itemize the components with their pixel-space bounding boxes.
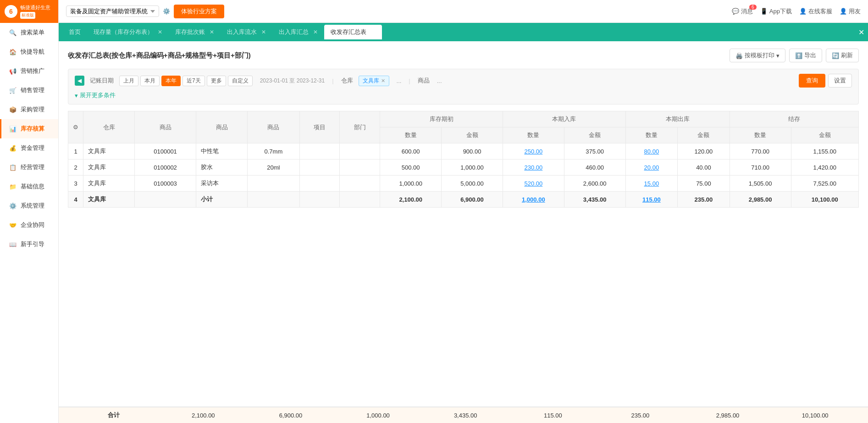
sidebar-item-business[interactable]: 📋 经营管理: [0, 158, 58, 177]
online-service-label: 在线客服: [808, 7, 832, 16]
tab-batch-label: 库存批次账: [175, 28, 205, 36]
row-incoming-qty[interactable]: 250.00: [503, 143, 564, 159]
online-service-btn[interactable]: 👤 在线客服: [799, 7, 832, 16]
system-select[interactable]: 装备及固定资产辅助管理系统: [66, 5, 159, 17]
footer-opening-amt: 6,900.00: [247, 412, 335, 419]
row-warehouse: 文具库: [83, 159, 135, 176]
row-product-spec: 0.7mm: [248, 143, 300, 159]
logo-badge: 标准版: [20, 12, 35, 19]
footer-outgoing-amt: 235.00: [597, 412, 684, 419]
inventory-icon: 📊: [9, 125, 17, 133]
sidebar-item-label: 资金管理: [21, 144, 44, 152]
purchase-icon: 📦: [9, 105, 17, 114]
search-btn[interactable]: 查询: [799, 74, 825, 88]
footer-outgoing-qty: 115.00: [509, 412, 597, 419]
row-outgoing-qty[interactable]: 15.00: [625, 176, 678, 192]
row-product-code: 0100003: [135, 176, 196, 192]
tabs-close-all[interactable]: ✕: [858, 28, 864, 37]
app-download-btn[interactable]: 📱 App下载: [760, 7, 792, 16]
sidebar-item-guide[interactable]: 📖 新手引导: [0, 235, 58, 254]
notification-btn[interactable]: 💬 消息 6: [732, 7, 753, 16]
th-outgoing-group: 本期出库: [625, 111, 730, 127]
row-warehouse: 文具库: [83, 143, 135, 159]
set-btn[interactable]: 设置: [828, 74, 852, 88]
date-btn-custom[interactable]: 自定义: [228, 76, 253, 86]
business-icon: 📋: [9, 163, 17, 171]
sidebar-item-basic-info[interactable]: 📁 基础信息: [0, 177, 58, 196]
row-outgoing-qty[interactable]: 20.00: [625, 159, 678, 176]
row-opening-amt: 5,000.00: [442, 176, 503, 192]
filter-separator2: |: [409, 77, 410, 84]
sidebar-item-purchase[interactable]: 📦 采购管理: [0, 100, 58, 119]
gear-icon[interactable]: ⚙️: [163, 8, 170, 15]
row-outgoing-qty[interactable]: 115.00: [625, 192, 678, 208]
footer-closing-qty: 2,985.00: [684, 412, 772, 419]
row-opening-qty: 600.00: [380, 143, 442, 159]
row-outgoing-qty[interactable]: 80.00: [625, 143, 678, 159]
th-outgoing-qty: 数量: [625, 127, 678, 143]
row-incoming-amt: 460.00: [564, 159, 625, 176]
tab-inventory-dist-close[interactable]: ✕: [158, 29, 162, 35]
sidebar-item-inventory[interactable]: 📊 库存核算: [0, 119, 58, 138]
th-closing-qty: 数量: [730, 127, 791, 143]
row-incoming-qty[interactable]: 1,000.00: [503, 192, 564, 208]
date-btn-this-year[interactable]: 本年: [161, 76, 181, 86]
tab-summary[interactable]: 出入库汇总 ✕: [272, 25, 324, 39]
app-download-label: App下载: [769, 7, 792, 16]
tab-home-label: 首页: [69, 28, 81, 36]
row-closing-qty: 2,985.00: [730, 192, 791, 208]
chevron-down-icon: ▾: [75, 92, 78, 99]
sidebar-item-quick-nav[interactable]: 🏠 快捷导航: [0, 42, 58, 61]
row-incoming-qty[interactable]: 520.00: [503, 176, 564, 192]
tab-batch-close[interactable]: ✕: [210, 29, 214, 35]
sidebar-item-finance[interactable]: 💰 资金管理: [0, 138, 58, 158]
row-department: [340, 159, 380, 176]
warehouse-tag-remove[interactable]: ✕: [381, 78, 385, 84]
tab-home[interactable]: 首页: [62, 25, 87, 39]
th-product-spec: 商品: [248, 111, 300, 143]
date-btn-more[interactable]: 更多: [207, 76, 226, 86]
expand-conditions-btn[interactable]: ▾ 展开更多条件: [75, 91, 852, 99]
tab-flow-close[interactable]: ✕: [261, 29, 266, 35]
row-outgoing-amt: 235.00: [678, 192, 730, 208]
refresh-btn[interactable]: 🔄 刷新: [826, 49, 859, 62]
tab-inventory-dist[interactable]: 现存量（库存分布表） ✕: [87, 25, 169, 39]
row-incoming-qty[interactable]: 230.00: [503, 159, 564, 176]
home-icon: 🏠: [9, 48, 17, 56]
row-project: [299, 192, 340, 208]
product-more[interactable]: ...: [437, 77, 442, 84]
sales-icon: 🛒: [9, 86, 17, 94]
sidebar-item-sales[interactable]: 🛒 销售管理: [0, 81, 58, 100]
sidebar-item-enterprise[interactable]: 🤝 企业协同: [0, 215, 58, 235]
date-btn-this-month[interactable]: 本月: [140, 76, 160, 86]
date-btn-last-month[interactable]: 上月: [119, 76, 138, 86]
th-settings[interactable]: ⚙: [68, 111, 83, 143]
filter-row: ◀ 记账日期 上月 本月 本年 近7天 更多 自定义 2023-01-01 至 …: [75, 74, 852, 88]
print-btn[interactable]: 🖨️ 按模板打印 ▾: [730, 49, 785, 62]
guide-icon: 📖: [9, 240, 17, 248]
filter-collapse-btn[interactable]: ◀: [75, 76, 84, 86]
tab-flow[interactable]: 出入库流水 ✕: [221, 25, 272, 39]
export-btn[interactable]: ⬆️ 导出: [789, 49, 822, 62]
sidebar-item-system[interactable]: ⚙️ 系统管理: [0, 196, 58, 215]
tab-collect-summary[interactable]: 收发存汇总表 ✕: [324, 25, 382, 39]
sidebar-item-search[interactable]: 🔍 搜索菜单: [0, 23, 58, 42]
table-settings-icon[interactable]: ⚙: [73, 124, 78, 131]
logo-text: 畅捷通好生意: [20, 4, 50, 11]
sidebar-item-marketing[interactable]: 📢 营销推广: [0, 61, 58, 81]
warehouse-more[interactable]: ...: [397, 77, 402, 84]
row-closing-amt: 7,525.00: [791, 176, 858, 192]
tab-inventory-dist-label: 现存量（库存分布表）: [94, 28, 153, 36]
row-opening-amt: 6,900.00: [442, 192, 503, 208]
sidebar-item-label: 采购管理: [21, 105, 44, 114]
header-right: 💬 消息 6 📱 App下载 👤 在线客服 👤 用友: [732, 7, 861, 16]
user-btn[interactable]: 👤 用友: [840, 7, 861, 16]
tab-collect-summary-close[interactable]: ✕: [371, 29, 376, 35]
row-product-name: 小计: [196, 192, 247, 208]
row-closing-qty: 1,505.00: [730, 176, 791, 192]
date-btn-7days[interactable]: 近7天: [182, 76, 205, 86]
date-filter-label: 记账日期: [90, 77, 114, 85]
tab-summary-close[interactable]: ✕: [313, 29, 318, 35]
experience-btn[interactable]: 体验行业方案: [174, 5, 224, 18]
tab-batch[interactable]: 库存批次账 ✕: [169, 25, 221, 39]
